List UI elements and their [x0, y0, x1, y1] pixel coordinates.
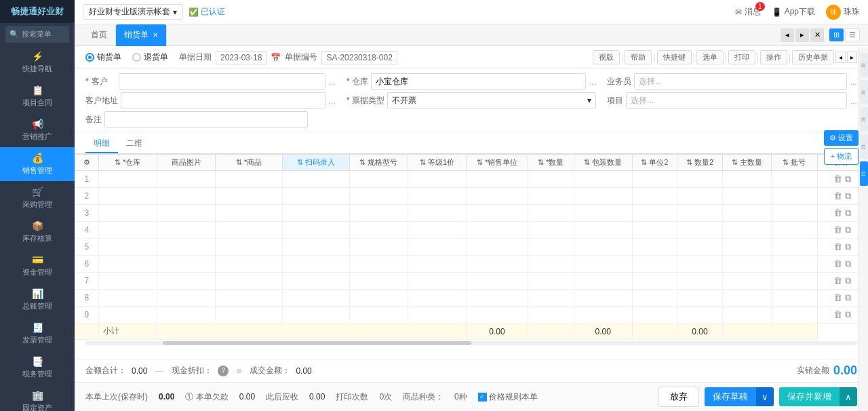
- row-unit2[interactable]: [632, 239, 677, 256]
- sidebar-item-invoice[interactable]: 🧾 发票管理: [0, 317, 75, 351]
- row-batch[interactable]: [772, 307, 818, 324]
- row-product-img[interactable]: [157, 188, 215, 205]
- row-price1[interactable]: [408, 256, 466, 273]
- row-batch[interactable]: [772, 171, 818, 188]
- row-copy-btn[interactable]: ⧉: [844, 207, 852, 219]
- row-warehouse[interactable]: [98, 239, 157, 256]
- row-product[interactable]: [216, 188, 283, 205]
- sidebar-item-fund[interactable]: 💳 资金管理: [0, 249, 75, 283]
- row-warehouse[interactable]: [98, 205, 157, 222]
- row-pkg-qty[interactable]: [574, 307, 632, 324]
- logistics-btn[interactable]: + 物流: [824, 148, 859, 165]
- customer-more-btn[interactable]: ...: [328, 77, 336, 87]
- row-warehouse[interactable]: [98, 290, 157, 307]
- row-qty[interactable]: [528, 256, 574, 273]
- col-price1[interactable]: ⇅ 等级1价: [408, 155, 466, 171]
- row-main-qty[interactable]: [723, 307, 772, 324]
- row-barcode[interactable]: [282, 171, 349, 188]
- tab-close-btn[interactable]: ✕: [810, 28, 824, 42]
- row-sales-unit[interactable]: [467, 171, 528, 188]
- search-menu-button[interactable]: 🔍 搜索菜单: [5, 26, 69, 43]
- table-view-btn[interactable]: ⊞: [829, 28, 844, 41]
- col-spec[interactable]: ⇅ 规格型号: [349, 155, 408, 171]
- row-product-img[interactable]: [157, 239, 215, 256]
- salesperson-input[interactable]: [634, 73, 847, 90]
- row-product-img[interactable]: [157, 290, 215, 307]
- right-panel-btn-3[interactable]: ⊡: [860, 107, 868, 132]
- sidebar-item-quick-nav[interactable]: ⚡ 快捷导航: [0, 45, 75, 79]
- row-spec[interactable]: [349, 273, 408, 290]
- sidebar-item-purchase[interactable]: 🛒 采购管理: [0, 181, 75, 215]
- row-qty2[interactable]: [677, 205, 723, 222]
- customer-input[interactable]: [119, 73, 326, 90]
- col-batch[interactable]: ⇅ 批号: [772, 155, 818, 171]
- warehouse-more-btn[interactable]: ...: [589, 77, 596, 87]
- row-price1[interactable]: [408, 273, 466, 290]
- row-delete-btn[interactable]: 🗑: [832, 207, 844, 218]
- print-btn[interactable]: 打印: [728, 50, 755, 64]
- row-pkg-qty[interactable]: [574, 290, 632, 307]
- col-main-qty[interactable]: ⇅ 主数量: [723, 155, 772, 171]
- price-rule-checkbox[interactable]: ✓ 价格规则本单: [478, 391, 538, 403]
- tab-sales-order[interactable]: 销货单 ✕: [116, 24, 167, 46]
- right-panel-btn-1[interactable]: ⊡: [860, 53, 868, 77]
- row-unit2[interactable]: [632, 171, 677, 188]
- row-sales-unit[interactable]: [467, 307, 528, 324]
- row-barcode[interactable]: [282, 256, 349, 273]
- row-product-img[interactable]: [157, 273, 215, 290]
- row-copy-btn[interactable]: ⧉: [844, 224, 852, 236]
- number-value[interactable]: SA-20230318-002: [321, 51, 397, 64]
- row-delete-btn[interactable]: 🗑: [832, 309, 844, 320]
- save-draft-arrow-button[interactable]: ∨: [756, 387, 774, 406]
- row-product-img[interactable]: [157, 205, 215, 222]
- row-price1[interactable]: [408, 205, 466, 222]
- row-warehouse[interactable]: [98, 273, 157, 290]
- return-order-radio[interactable]: 退货单: [132, 52, 168, 63]
- row-copy-btn[interactable]: ⧉: [844, 241, 852, 253]
- row-copy-btn[interactable]: ⧉: [844, 275, 852, 287]
- warehouse-input[interactable]: [371, 73, 586, 90]
- row-delete-btn[interactable]: 🗑: [832, 275, 844, 286]
- row-batch[interactable]: [772, 256, 818, 273]
- table-scrollbar-track[interactable]: [85, 341, 857, 345]
- row-sales-unit[interactable]: [467, 188, 528, 205]
- row-qty2[interactable]: [677, 290, 723, 307]
- shortcut-btn[interactable]: 快捷键: [657, 50, 692, 64]
- table-scrollbar-thumb[interactable]: [163, 341, 471, 345]
- messages-btn[interactable]: ✉ 消息 1: [735, 6, 761, 18]
- calendar-icon[interactable]: 📅: [271, 53, 281, 62]
- col-product-img[interactable]: 商品图片: [157, 155, 215, 171]
- row-delete-btn[interactable]: 🗑: [832, 190, 844, 201]
- sidebar-item-project-contract[interactable]: 📋 项目合同: [0, 79, 75, 113]
- row-sales-unit[interactable]: [467, 256, 528, 273]
- address-input[interactable]: [121, 92, 326, 109]
- col-settings[interactable]: ⚙: [75, 155, 99, 171]
- row-unit2[interactable]: [632, 188, 677, 205]
- row-product-img[interactable]: [157, 256, 215, 273]
- row-product-img[interactable]: [157, 171, 215, 188]
- row-product[interactable]: [216, 222, 283, 239]
- row-pkg-qty[interactable]: [574, 239, 632, 256]
- row-qty2[interactable]: [677, 307, 723, 324]
- col-sales-unit[interactable]: ⇅ *销售单位: [467, 155, 528, 171]
- tab-erwei[interactable]: 二维: [118, 135, 151, 153]
- history-btn[interactable]: 历史单据: [792, 50, 834, 64]
- row-warehouse[interactable]: [98, 222, 157, 239]
- invoice-type-select[interactable]: 不开票 ▾: [387, 92, 596, 109]
- row-pkg-qty[interactable]: [574, 205, 632, 222]
- row-price1[interactable]: [408, 307, 466, 324]
- row-batch[interactable]: [772, 222, 818, 239]
- toolbar-next-btn[interactable]: ▸: [847, 52, 857, 63]
- sidebar-item-account[interactable]: 📊 总账管理: [0, 283, 75, 317]
- row-delete-btn[interactable]: 🗑: [832, 241, 844, 252]
- row-qty[interactable]: [528, 188, 574, 205]
- app-download-btn[interactable]: 📱 App下载: [772, 6, 815, 18]
- row-sales-unit[interactable]: [467, 239, 528, 256]
- row-spec[interactable]: [349, 307, 408, 324]
- row-price1[interactable]: [408, 239, 466, 256]
- row-pkg-qty[interactable]: [574, 171, 632, 188]
- row-main-qty[interactable]: [723, 273, 772, 290]
- col-pkg-qty[interactable]: ⇅ 包装数量: [574, 155, 632, 171]
- row-qty2[interactable]: [677, 171, 723, 188]
- tab-mingxi[interactable]: 明细: [85, 135, 118, 153]
